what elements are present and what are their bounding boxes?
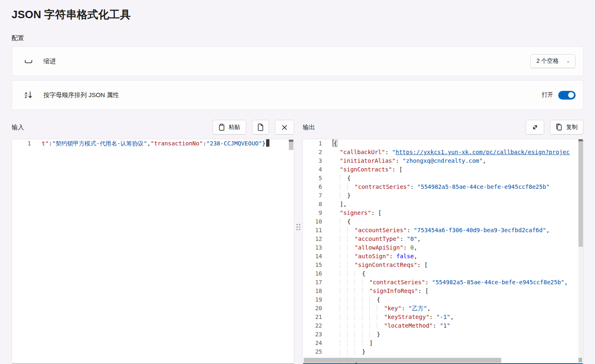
json-formatter-page: JSON 字符串格式化工具 配置 缩进 2 个空格 ⌄ AZ 按字母顺序排列 J…	[0, 0, 595, 364]
code-line: 17 "contractSeries": "554982a5-85ae-44ce…	[303, 278, 583, 287]
code-line: 2 "callbackUrl": "https://yxkcs1.yun-xk.…	[303, 148, 583, 157]
code-line: 6 "contractSeries": "554982a5-85ae-44ce-…	[303, 183, 583, 191]
paste-button[interactable]: 粘贴	[212, 120, 246, 135]
code-line: 10 {	[303, 217, 583, 226]
pane-splitter[interactable]	[294, 116, 303, 364]
expand-output-button[interactable]	[526, 120, 544, 135]
code-line: 16 {	[303, 269, 583, 278]
code-line: 21 "keyStrategy": "-1",	[303, 313, 583, 321]
input-label: 输入	[12, 124, 24, 131]
output-label: 输出	[302, 124, 315, 131]
output-pane: 输出	[302, 116, 583, 364]
code-line: 4 "signContracts": [	[303, 165, 583, 174]
indentation-setting-row: 缩进 2 个空格 ⌄	[12, 46, 583, 76]
output-editor[interactable]: 1{2 "callbackUrl": "https://yxkcs1.yun-x…	[302, 139, 583, 364]
code-line: 12 "accountType": "0",	[303, 235, 583, 243]
code-line: 8 ],	[303, 200, 583, 209]
page-title: JSON 字符串格式化工具	[12, 0, 583, 22]
code-line: 13 "allowApiSign": 0,	[303, 243, 583, 252]
code-line: 23 }	[303, 330, 583, 339]
text-caret	[266, 139, 269, 147]
output-horizontal-scrollbar[interactable]	[304, 358, 501, 363]
config-section-label: 配置	[12, 34, 583, 42]
toggle-state-label: 打开	[542, 91, 553, 99]
input-vertical-scrollbar[interactable]	[289, 140, 293, 150]
output-vertical-scrollbar[interactable]	[578, 139, 583, 358]
code-line: 5 {	[303, 174, 583, 183]
code-line: 9 "signers": [	[303, 209, 583, 217]
chevron-down-icon: ⌄	[566, 59, 570, 63]
indentation-selected-value: 2 个空格	[536, 57, 559, 65]
sort-setting-row: AZ 按字母顺序排列 JSON 属性 打开	[12, 80, 583, 110]
open-file-button[interactable]	[252, 120, 269, 135]
copy-button-label: 复制	[566, 124, 578, 131]
editor-workspace: 输入 粘贴	[12, 116, 583, 364]
code-line: 11 "accountSeries": "753454a6-f306-40d9-…	[303, 226, 583, 235]
expand-icon	[532, 124, 538, 131]
code-line: 1{	[303, 139, 583, 148]
code-line: 19 {	[303, 295, 583, 304]
code-line: 15 "signContractReqs": [	[303, 261, 583, 269]
clear-input-button[interactable]	[275, 120, 294, 135]
code-line: 1t":"契约锁甲方模式-代用名-认筹协议","transactionNo":"…	[12, 139, 294, 148]
indentation-icon	[20, 57, 37, 66]
sort-alpha-icon: AZ	[20, 91, 37, 99]
clipboard-icon	[218, 124, 225, 131]
indentation-label: 缩进	[43, 57, 530, 65]
code-line: 20 "key": "乙方",	[303, 304, 583, 313]
scrollbar-corner	[578, 358, 582, 362]
code-line: 3 "initiatorAlias": "zhongxq@cndrealty.c…	[303, 157, 583, 165]
code-line: 14 "autoSign": false,	[303, 252, 583, 261]
code-line: 24 ]	[303, 339, 583, 347]
splitter-grip-icon	[296, 224, 300, 230]
sort-toggle[interactable]	[558, 91, 576, 100]
copy-icon	[556, 124, 562, 131]
copy-button[interactable]: 复制	[550, 120, 583, 135]
toggle-knob	[568, 92, 574, 98]
input-editor[interactable]: 1t":"契约锁甲方模式-代用名-认筹协议","transactionNo":"…	[12, 139, 294, 364]
code-line: 25 }	[303, 347, 583, 356]
close-icon	[281, 124, 288, 131]
sort-label: 按字母顺序排列 JSON 属性	[43, 91, 542, 99]
input-pane: 输入 粘贴	[12, 116, 294, 364]
file-icon	[257, 124, 264, 131]
code-line: 22 "locateMethod": "1"	[303, 321, 583, 330]
indentation-select[interactable]: 2 个空格 ⌄	[530, 54, 576, 68]
code-line: 18 "signInfoReqs": [	[303, 287, 583, 295]
paste-button-label: 粘贴	[229, 124, 240, 131]
code-line: 7 }	[303, 191, 583, 200]
